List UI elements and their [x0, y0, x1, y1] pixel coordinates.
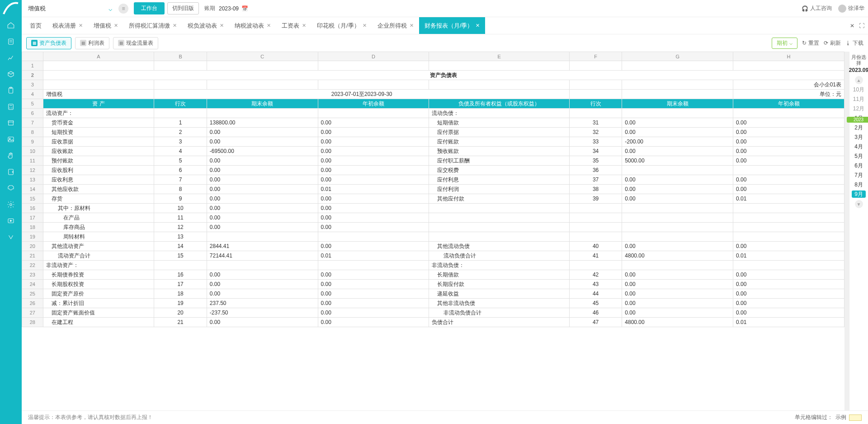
- close-icon[interactable]: ✕: [114, 23, 118, 29]
- sub-tab[interactable]: ▦资产负债表: [26, 37, 71, 49]
- cell[interactable]: 流动负债合计: [429, 251, 569, 261]
- cell[interactable]: 4800.00: [622, 251, 733, 261]
- cell[interactable]: 0.00: [318, 308, 429, 318]
- row-header[interactable]: 27: [22, 308, 43, 318]
- cell[interactable]: 0.00: [207, 156, 318, 166]
- cell[interactable]: 单位：元: [733, 90, 844, 99]
- cell[interactable]: 非流动负债：: [429, 261, 569, 270]
- cell[interactable]: [207, 109, 318, 118]
- cell[interactable]: 库存商品: [43, 223, 154, 232]
- cell[interactable]: 其他应收款: [43, 185, 154, 194]
- cell[interactable]: 0.00: [733, 270, 844, 280]
- support-link[interactable]: 🎧 人工咨询: [802, 5, 832, 12]
- cell[interactable]: [569, 90, 622, 99]
- tab-item[interactable]: 企业所得税✕: [372, 17, 419, 34]
- cell[interactable]: [569, 261, 622, 270]
- cell[interactable]: [622, 204, 733, 213]
- cell[interactable]: 0.00: [318, 128, 429, 137]
- month-item[interactable]: 3月: [849, 133, 868, 142]
- cell[interactable]: 18: [154, 289, 207, 299]
- cell[interactable]: 0.00: [207, 289, 318, 299]
- cell[interactable]: 0.01: [318, 251, 429, 261]
- cell[interactable]: [733, 213, 844, 223]
- cell[interactable]: [154, 61, 207, 71]
- clipboard-icon[interactable]: [0, 82, 22, 99]
- cell[interactable]: [154, 80, 207, 90]
- cell[interactable]: [622, 80, 733, 90]
- cell[interactable]: 资产负债表: [43, 71, 844, 80]
- corner-cell[interactable]: [22, 52, 43, 61]
- cell[interactable]: 0.00: [318, 280, 429, 289]
- calc-icon[interactable]: [0, 99, 22, 115]
- cell[interactable]: 9: [154, 194, 207, 204]
- refresh-button[interactable]: ⟳刷新: [824, 39, 841, 47]
- cell[interactable]: [569, 213, 622, 223]
- cell[interactable]: 0.00: [207, 280, 318, 289]
- cell[interactable]: 0.00: [622, 118, 733, 128]
- row-header[interactable]: 19: [22, 232, 43, 242]
- tab-item[interactable]: 工资表✕: [276, 17, 311, 34]
- cell[interactable]: 0.00: [733, 128, 844, 137]
- cell[interactable]: -200.00: [622, 137, 733, 147]
- cell[interactable]: [429, 232, 569, 242]
- row-header[interactable]: 9: [22, 137, 43, 147]
- cell[interactable]: 0.00: [207, 318, 318, 327]
- cell[interactable]: [569, 109, 622, 118]
- cell[interactable]: 0.00: [733, 175, 844, 185]
- cell[interactable]: 货币资金: [43, 118, 154, 128]
- col-header[interactable]: E: [429, 52, 569, 61]
- cell[interactable]: 0.00: [622, 289, 733, 299]
- cell[interactable]: 行次: [569, 99, 622, 109]
- cell[interactable]: 2844.41: [207, 242, 318, 251]
- row-header[interactable]: 1: [22, 61, 43, 71]
- cell[interactable]: 7: [154, 175, 207, 185]
- close-icon[interactable]: ✕: [363, 23, 367, 29]
- cell[interactable]: 负债及所有者权益（或股东权益）: [429, 99, 569, 109]
- col-header[interactable]: F: [569, 52, 622, 61]
- cell[interactable]: 34: [569, 147, 622, 156]
- row-header[interactable]: 7: [22, 118, 43, 128]
- col-header[interactable]: D: [318, 52, 429, 61]
- cell[interactable]: [622, 213, 733, 223]
- close-icon[interactable]: ✕: [476, 23, 480, 29]
- cell[interactable]: 35: [569, 156, 622, 166]
- cell[interactable]: 0.00: [207, 166, 318, 175]
- cell[interactable]: 0.00: [733, 299, 844, 308]
- cell[interactable]: 递延收益: [429, 289, 569, 299]
- cell[interactable]: 0.00: [318, 213, 429, 223]
- cell[interactable]: [622, 223, 733, 232]
- cell[interactable]: 0.01: [733, 251, 844, 261]
- cell[interactable]: [733, 109, 844, 118]
- cell[interactable]: 6: [154, 166, 207, 175]
- cell[interactable]: 长期借款: [429, 270, 569, 280]
- cell[interactable]: 年初余额: [733, 99, 844, 109]
- gear-icon[interactable]: [0, 196, 22, 213]
- month-item[interactable]: 10月: [849, 85, 868, 95]
- month-item[interactable]: 4月: [849, 142, 868, 152]
- cell[interactable]: 年初余额: [318, 99, 429, 109]
- close-icon[interactable]: ✕: [302, 23, 306, 29]
- cell[interactable]: 47: [569, 318, 622, 327]
- month-down-icon[interactable]: ▼: [855, 200, 863, 208]
- cell[interactable]: 0.00: [318, 194, 429, 204]
- cell[interactable]: 4: [154, 147, 207, 156]
- inbox-icon[interactable]: [0, 180, 22, 196]
- row-header[interactable]: 20: [22, 242, 43, 251]
- cell[interactable]: [154, 261, 207, 270]
- cell[interactable]: 19: [154, 299, 207, 308]
- cell[interactable]: 预付账款: [43, 156, 154, 166]
- month-item[interactable]: 7月: [849, 171, 868, 180]
- tab-item[interactable]: 纳税波动表✕: [229, 17, 276, 34]
- cell[interactable]: 在产品: [43, 213, 154, 223]
- col-header[interactable]: C: [207, 52, 318, 61]
- tab-item[interactable]: 增值税✕: [88, 17, 123, 34]
- cell[interactable]: 长期应付款: [429, 280, 569, 289]
- row-header[interactable]: 14: [22, 185, 43, 194]
- row-header[interactable]: 25: [22, 289, 43, 299]
- close-icon[interactable]: ✕: [267, 23, 271, 29]
- cell[interactable]: 0.00: [207, 175, 318, 185]
- cell[interactable]: 1: [154, 118, 207, 128]
- cell[interactable]: [569, 204, 622, 213]
- cell[interactable]: 10: [154, 204, 207, 213]
- row-header[interactable]: 22: [22, 261, 43, 270]
